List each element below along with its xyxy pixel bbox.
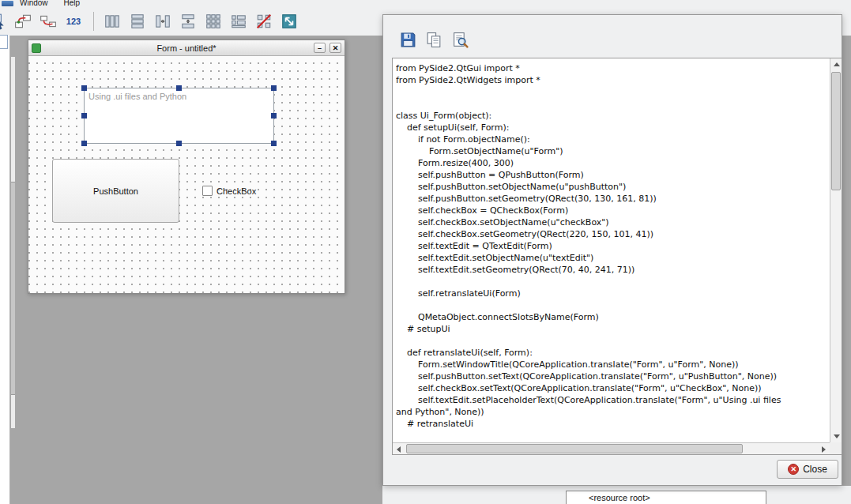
selection-handle-s[interactable] bbox=[176, 141, 182, 146]
checkbox-widget[interactable]: CheckBox bbox=[202, 175, 282, 207]
scroll-left-icon bbox=[397, 446, 401, 453]
code-preview-dialog: from PySide2.QtGui import * from PySide2… bbox=[382, 14, 842, 486]
copy-icon bbox=[425, 31, 443, 49]
checkbox-label: CheckBox bbox=[217, 186, 256, 196]
edit-widgets-icon bbox=[0, 13, 6, 30]
scroll-down-button[interactable] bbox=[830, 431, 842, 442]
layout-grid-button[interactable] bbox=[203, 11, 224, 32]
edit-buddies-button[interactable] bbox=[38, 11, 58, 32]
layout-form-icon bbox=[230, 13, 247, 30]
find-button[interactable] bbox=[449, 28, 471, 51]
scroll-down-icon bbox=[834, 434, 840, 438]
designer-form-icon bbox=[32, 43, 41, 53]
form-titlebar[interactable]: Form - untitled* bbox=[28, 40, 345, 56]
widget-filter-input[interactable] bbox=[0, 35, 8, 49]
scroll-up-icon bbox=[834, 62, 840, 66]
code-view: from PySide2.QtGui import * from PySide2… bbox=[392, 58, 842, 455]
close-button[interactable]: Close bbox=[777, 460, 838, 479]
close-circle-icon bbox=[788, 464, 799, 475]
save-icon bbox=[399, 31, 417, 49]
edit-buddies-icon bbox=[40, 13, 57, 30]
edit-tab-order-icon: 123 bbox=[66, 17, 81, 26]
scroll-right-icon bbox=[822, 446, 826, 453]
code-text[interactable]: from PySide2.QtGui import * from PySide2… bbox=[396, 62, 828, 441]
selection-handle-n[interactable] bbox=[176, 85, 182, 91]
scrollbar-corner bbox=[830, 442, 842, 454]
break-layout-button[interactable] bbox=[254, 11, 274, 32]
qt-designer-app: Window Help 123 bbox=[0, 0, 851, 504]
resource-root-item[interactable]: <resource root> bbox=[589, 493, 650, 502]
menu-help[interactable]: Help bbox=[64, 0, 81, 7]
adjust-size-button[interactable] bbox=[279, 11, 299, 32]
menu-window[interactable]: Window bbox=[20, 0, 48, 7]
break-layout-icon bbox=[255, 13, 273, 30]
edit-signals-slots-icon bbox=[14, 13, 32, 30]
pushbutton-widget[interactable]: PushButton bbox=[52, 159, 179, 223]
layout-horizontal-splitter-icon bbox=[154, 13, 171, 30]
scroll-up-button[interactable] bbox=[830, 58, 842, 70]
save-button[interactable] bbox=[397, 28, 419, 51]
layout-vertical-button[interactable] bbox=[127, 11, 148, 32]
toolbar-separator bbox=[93, 12, 94, 31]
form-minimize-button[interactable] bbox=[314, 43, 326, 53]
selection-handle-ne[interactable] bbox=[271, 85, 277, 91]
widget-box-panel bbox=[0, 36, 10, 504]
layout-horizontal-splitter-button[interactable] bbox=[153, 11, 173, 32]
code-vertical-scrollbar[interactable] bbox=[830, 58, 842, 442]
selection-handle-nw[interactable] bbox=[81, 85, 87, 91]
form-close-button[interactable] bbox=[329, 43, 341, 53]
checkbox-indicator bbox=[202, 186, 213, 196]
resource-browser: <resource root> bbox=[566, 491, 766, 504]
selection-handle-se[interactable] bbox=[271, 141, 277, 146]
selection-handle-sw[interactable] bbox=[81, 141, 87, 146]
layout-vertical-splitter-button[interactable] bbox=[178, 11, 198, 32]
layout-form-button[interactable] bbox=[228, 11, 249, 32]
close-button-label: Close bbox=[803, 464, 827, 475]
edit-tab-order-button[interactable]: 123 bbox=[63, 11, 84, 32]
form-canvas[interactable]: Using .ui files and Python PushButton Ch… bbox=[28, 56, 345, 293]
selection-handle-e[interactable] bbox=[271, 113, 277, 118]
textedit-placeholder: Using .ui files and Python bbox=[88, 92, 186, 101]
scroll-left-button[interactable] bbox=[393, 443, 405, 455]
vertical-scrollbar-thumb[interactable] bbox=[831, 72, 841, 190]
code-dialog-toolbar bbox=[397, 28, 475, 51]
form-editor-window: Form - untitled* Using .ui files and Pyt… bbox=[28, 39, 345, 294]
widget-box-scrollbar[interactable] bbox=[10, 57, 16, 428]
code-horizontal-scrollbar[interactable] bbox=[393, 442, 830, 454]
layout-grid-icon bbox=[205, 13, 222, 30]
widget-box-scrollbar-thumb[interactable] bbox=[11, 182, 15, 395]
layout-horizontal-icon bbox=[104, 13, 121, 30]
form-window-title: Form - untitled* bbox=[28, 43, 345, 53]
app-icon bbox=[2, 1, 13, 6]
copy-button[interactable] bbox=[423, 28, 445, 51]
textedit-widget[interactable]: Using .ui files and Python bbox=[84, 88, 274, 144]
adjust-size-icon bbox=[281, 13, 298, 30]
edit-signals-slots-button[interactable] bbox=[13, 11, 33, 32]
edit-widgets-button[interactable] bbox=[0, 11, 8, 32]
horizontal-scrollbar-thumb[interactable] bbox=[406, 444, 743, 453]
scroll-right-button[interactable] bbox=[818, 443, 830, 455]
layout-horizontal-button[interactable] bbox=[102, 11, 122, 32]
selection-handle-w[interactable] bbox=[81, 113, 87, 118]
menubar: Window Help bbox=[0, 0, 851, 7]
layout-vertical-splitter-icon bbox=[179, 13, 197, 30]
find-icon bbox=[451, 31, 469, 49]
layout-vertical-icon bbox=[129, 13, 146, 30]
